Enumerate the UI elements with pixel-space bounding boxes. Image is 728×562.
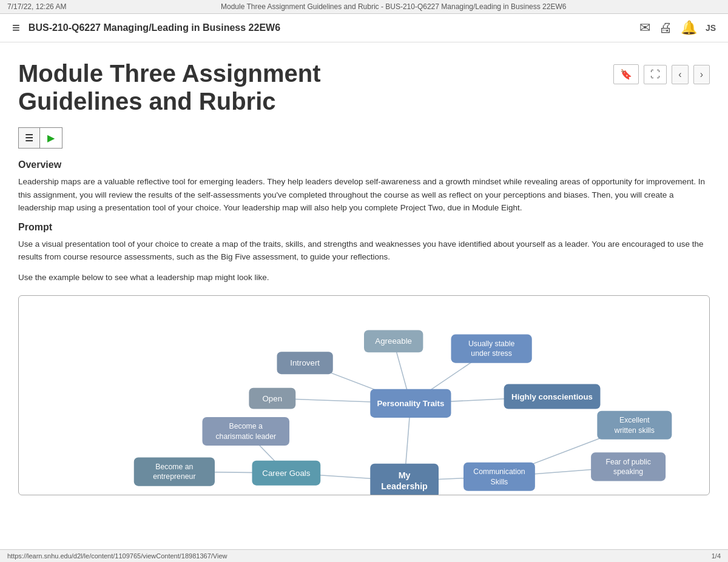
diagram-container: MyLeadershipPersonality TraitsCareer Goa… — [18, 295, 710, 495]
svg-rect-36 — [597, 410, 672, 439]
browser-timestamp: 7/17/22, 12:26 AM — [7, 2, 66, 11]
svg-rect-39 — [134, 457, 215, 486]
media-play-button[interactable]: ▶ — [40, 127, 62, 149]
svg-text:charismatic leader: charismatic leader — [215, 432, 276, 440]
mind-map-node-fear-public-speaking: Fear of publicspeaking — [591, 452, 666, 481]
svg-rect-26 — [451, 334, 532, 363]
svg-text:Agreeable: Agreeable — [375, 336, 412, 346]
media-list-button[interactable]: ☰ — [18, 127, 40, 149]
svg-text:Leadership: Leadership — [381, 481, 428, 491]
mind-map-node-my-leadership: MyLeadership — [370, 463, 439, 494]
mind-map-svg: MyLeadershipPersonality TraitsCareer Goa… — [19, 296, 709, 495]
mind-map-node-become-charismatic: Become acharismatic leader — [203, 416, 290, 445]
svg-rect-19 — [463, 462, 535, 490]
expand-button[interactable]: ⛶ — [644, 65, 667, 84]
mind-map-node-open: Open — [249, 387, 295, 409]
hamburger-icon[interactable]: ≡ — [12, 20, 20, 36]
browser-bar: 7/17/22, 12:26 AM Module Three Assignmen… — [0, 0, 728, 14]
mind-map-node-highly-conscientious: Highly conscientious — [504, 384, 601, 409]
page-tools: 🔖 ⛶ ‹ › — [613, 64, 710, 84]
mind-map-node-communication-skills: CommunicationSkills — [463, 462, 535, 490]
mail-icon[interactable]: ✉ — [639, 20, 650, 36]
user-initials[interactable]: JS — [706, 23, 716, 33]
mind-map-node-usually-stable: Usually stableunder stress — [451, 334, 532, 363]
overview-text: Leadership maps are a valuable reflectiv… — [18, 175, 710, 215]
mind-map-node-excellent-written: Excellentwritten skills — [597, 410, 672, 439]
svg-text:Excellent: Excellent — [619, 416, 650, 424]
svg-rect-33 — [203, 416, 290, 445]
course-title: BUS-210-Q6227 Managing/Leading in Busine… — [29, 22, 639, 33]
svg-text:Personality Traits: Personality Traits — [377, 399, 444, 408]
svg-text:Usually stable: Usually stable — [468, 340, 515, 348]
media-bar: ☰ ▶ — [18, 127, 710, 149]
main-content: ☰ ▶ Overview Leadership maps are a valua… — [0, 121, 728, 513]
page-title-area: Module Three Assignment Guidelines and R… — [0, 42, 728, 121]
svg-text:under  stress: under stress — [471, 349, 512, 358]
svg-rect-42 — [591, 452, 666, 481]
svg-text:Become an: Become an — [155, 463, 193, 471]
overview-heading: Overview — [18, 159, 710, 170]
svg-text:entrepreneur: entrepreneur — [153, 472, 195, 481]
bell-icon[interactable]: 🔔 — [681, 20, 697, 36]
svg-text:written skills: written skills — [614, 426, 655, 434]
mind-map-node-career-goals: Career Goals — [252, 460, 321, 485]
svg-text:Fear of public: Fear of public — [605, 457, 650, 466]
mind-map-node-personality-traits: Personality Traits — [370, 389, 451, 417]
svg-text:Communication: Communication — [473, 467, 525, 476]
next-button[interactable]: › — [693, 65, 710, 84]
print-icon[interactable]: 🖨 — [659, 20, 672, 36]
mind-map-node-introvert: Introvert — [277, 352, 333, 374]
svg-text:speaking: speaking — [613, 467, 643, 476]
page-title: Module Three Assignment Guidelines and R… — [18, 59, 443, 115]
prompt-text2: Use the example below to see what a lead… — [18, 271, 710, 284]
mind-map-node-agreeable: Agreeable — [364, 330, 423, 352]
svg-text:Open: Open — [263, 393, 283, 403]
svg-text:Skills: Skills — [491, 477, 508, 486]
mind-map-node-become-entrepreneur: Become anentrepreneur — [134, 457, 215, 486]
svg-text:My: My — [399, 470, 411, 480]
header-icons: ✉ 🖨 🔔 JS — [639, 20, 716, 36]
svg-text:Introvert: Introvert — [290, 358, 320, 367]
prompt-text1: Use a visual presentation tool of your c… — [18, 238, 710, 264]
prompt-heading: Prompt — [18, 222, 710, 233]
svg-text:Highly conscientious: Highly conscientious — [511, 392, 593, 401]
site-header: ≡ BUS-210-Q6227 Managing/Leading in Busi… — [0, 14, 728, 42]
browser-tab-title: Module Three Assignment Guidelines and R… — [221, 2, 566, 11]
svg-text:Become a: Become a — [229, 422, 263, 430]
svg-text:Career Goals: Career Goals — [262, 468, 311, 477]
prev-button[interactable]: ‹ — [672, 65, 688, 84]
bookmark-button[interactable]: 🔖 — [613, 64, 639, 84]
